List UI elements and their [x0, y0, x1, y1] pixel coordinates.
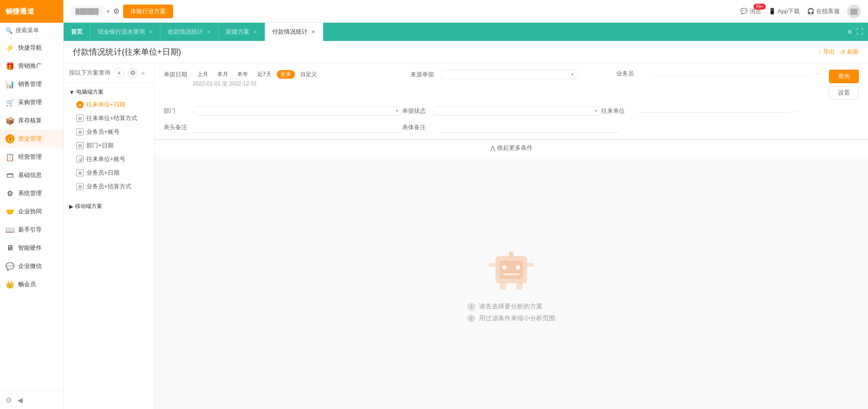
user-avatar[interactable]: ██	[847, 5, 861, 18]
scheme-item-salesperson-settle[interactable]: ▦ 业务员+结算方式	[64, 180, 154, 193]
purchase-icon: 🛒	[5, 98, 15, 107]
scheme-item-salesperson-account[interactable]: ▦ 业务员+账号	[64, 125, 154, 139]
dept-select[interactable]: ▾	[195, 106, 402, 116]
sidebar-item-system[interactable]: ⚙ 系统管理	[0, 184, 63, 202]
tab-fullscreen-icon[interactable]: ⛶	[856, 28, 863, 36]
sidebar-item-basic-info[interactable]: 🗃 基础信息	[0, 166, 63, 184]
settings-bottom-icon[interactable]: ⚙	[5, 396, 12, 404]
tabs-end-actions: ✕ ⛶	[842, 23, 868, 41]
sidebar-item-marketing[interactable]: 🎁 营销推广	[0, 57, 63, 75]
date-range-text: 2022-01-01 至 2022-12-31	[193, 81, 257, 87]
enterprise-icon: 🤝	[5, 207, 15, 216]
date-this-month-btn[interactable]: 本月	[214, 70, 232, 79]
app-download-item[interactable]: 📱 App下载	[768, 7, 800, 15]
filter-area: 单据日期 上月 本月 本年 近7天 更多 自定义	[155, 63, 868, 140]
salesperson-dots[interactable]: ···	[816, 70, 822, 78]
sidebar: 畅捷通道 标准版 🔍 搜索菜单 ⚡ 快捷导航 🎁 营销推广 📊 销售管理 🛒 采…	[0, 0, 64, 409]
scheme-item-label: 业务员+日期	[86, 169, 120, 177]
export-btn[interactable]: ↑ 导出	[818, 48, 835, 56]
svg-rect-7	[527, 263, 534, 267]
sidebar-item-label: 智能硬件	[18, 244, 42, 252]
collapse-more-btn[interactable]: ⋀ 收起更多条件	[155, 140, 868, 156]
messages-item[interactable]: 💬 消息 99+	[740, 7, 761, 15]
tab-payment-stats[interactable]: 付款情况统计 ✕	[265, 23, 323, 41]
sidebar-item-vip[interactable]: 👑 畅会员	[0, 275, 63, 293]
sidebar-item-guide[interactable]: 📖 新手引导	[0, 221, 63, 239]
sidebar-item-operations[interactable]: 📋 经营管理	[0, 148, 63, 166]
receipt-stats-close-icon[interactable]: ✕	[207, 29, 211, 35]
scheme-item-partner-account[interactable]: 📊 往来单位+账号	[64, 152, 154, 166]
salesperson-label: 业务员	[616, 70, 653, 78]
scheme-item-dept-date[interactable]: ▦ 部门+日期	[64, 139, 154, 152]
sidebar-item-purchase[interactable]: 🛒 采购管理	[0, 93, 63, 111]
tab-receipt-stats[interactable]: 收款情况统计 ✕	[160, 23, 219, 41]
scheme-add-btn[interactable]: +	[114, 68, 124, 78]
date-label: 单据日期	[164, 71, 191, 79]
sidebar-logo: 畅捷通道 标准版	[0, 0, 63, 23]
sidebar-item-sales[interactable]: 📊 销售管理	[0, 75, 63, 93]
page-header: 付款情况统计(往来单位+日期) ↑ 导出 ↺ 刷新	[64, 41, 868, 63]
new-scheme-close-icon[interactable]: ✕	[253, 29, 257, 35]
refresh-label: 刷新	[847, 48, 859, 56]
source-select[interactable]: ▾	[441, 70, 578, 79]
scheme-settings-btn[interactable]: ⚙	[128, 68, 138, 78]
scheme-item-partner-date[interactable]: ● 往来单位+日期	[64, 98, 154, 111]
refresh-btn[interactable]: ↺ 刷新	[840, 48, 859, 56]
source-chevron-icon: ▾	[571, 72, 574, 77]
date-custom-btn[interactable]: 自定义	[297, 70, 320, 79]
refresh-icon: ↺	[840, 49, 845, 56]
svg-point-3	[516, 265, 520, 270]
tab-bank-flow[interactable]: 现金银行流水查询 ✕	[90, 23, 160, 41]
grid-icon: ▦	[76, 142, 84, 149]
phone-icon: 📱	[768, 8, 776, 15]
sidebar-item-wechat[interactable]: 💬 企业微信	[0, 257, 63, 275]
online-service-item[interactable]: 🎧 在线客服	[807, 7, 840, 15]
query-btn[interactable]: 查询	[829, 70, 859, 83]
logo-badge: 标准版	[5, 0, 30, 22]
svg-rect-1	[500, 261, 523, 279]
doc-status-chevron-icon: ▾	[595, 108, 597, 113]
company-selector[interactable]: ██████	[71, 6, 103, 16]
scheme-item-salesperson-date[interactable]: ▦ 业务员+日期	[64, 166, 154, 180]
bank-flow-close-icon[interactable]: ✕	[149, 29, 153, 35]
settings-btn[interactable]: 设置	[829, 86, 859, 100]
sidebar-item-enterprise[interactable]: 🤝 企业协同	[0, 202, 63, 221]
payment-stats-close-icon[interactable]: ✕	[311, 29, 315, 35]
sidebar-item-label: 经营管理	[18, 153, 42, 161]
add-icon: +	[117, 69, 121, 76]
trial-btn[interactable]: 体验行业方案	[123, 5, 173, 18]
date-this-year-btn[interactable]: 本年	[234, 70, 252, 79]
guide-icon: 📖	[5, 225, 15, 234]
tab-home[interactable]: 首页	[64, 23, 90, 41]
date-last-month-btn[interactable]: 上月	[194, 70, 212, 79]
date-7days-btn[interactable]: 近7天	[254, 70, 275, 79]
sidebar-item-hardware[interactable]: 🖥 智能硬件	[0, 239, 63, 257]
body-note-input[interactable]	[439, 122, 620, 133]
scheme-group-header-pc[interactable]: ▼ 电脑端方案	[64, 86, 154, 98]
scheme-panel: 按以下方案查询 + ⚙ « ▼ 电脑端方案 ●	[64, 63, 155, 409]
topbar-settings-icon[interactable]: ⚙	[113, 7, 120, 15]
collapse-sidebar-icon[interactable]: ◀	[17, 396, 23, 404]
sidebar-item-inventory[interactable]: 📦 库存核算	[0, 111, 63, 130]
sidebar-item-capital[interactable]: 💰 资金管理	[0, 130, 63, 148]
source-label: 来源单据	[410, 71, 438, 79]
avatar-text: ██	[850, 9, 858, 14]
scheme-item-partner-settle[interactable]: ▦ 往来单位+结算方式	[64, 111, 154, 125]
header-note-input[interactable]	[191, 122, 402, 133]
empty-step-2: 2 用过滤条件来缩小分析范围	[467, 314, 555, 323]
partner-dots[interactable]: ···	[794, 107, 800, 115]
sidebar-item-label: 基础信息	[18, 171, 42, 179]
date-more-btn[interactable]: 更多	[277, 70, 295, 79]
doc-status-select[interactable]: ▾	[433, 106, 601, 116]
new-scheme-tab-label: 新建方案	[226, 28, 249, 36]
search-menu[interactable]: 🔍 搜索菜单	[0, 23, 63, 39]
scheme-collapse-btn[interactable]: «	[141, 69, 145, 76]
scheme-group-header-mobile[interactable]: ▶ 移动端方案	[64, 201, 154, 212]
headset-icon: 🎧	[807, 8, 814, 15]
scheme-group-mobile: ▶ 移动端方案	[64, 197, 154, 216]
sidebar-item-quick-nav[interactable]: ⚡ 快捷导航	[0, 39, 63, 57]
tab-new-scheme[interactable]: 新建方案 ✕	[219, 23, 265, 41]
company-chevron-icon[interactable]: ▾	[107, 8, 110, 15]
tab-close-all-icon[interactable]: ✕	[847, 28, 853, 36]
operations-icon: 📋	[5, 152, 15, 162]
